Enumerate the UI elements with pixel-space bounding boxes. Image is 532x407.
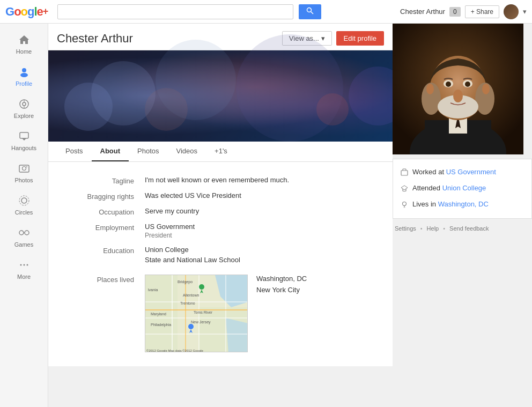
occupation-label: Occupation [59, 207, 145, 216]
svg-rect-9 [20, 132, 28, 138]
bragging-rights-value: Was elected US Vice President [145, 191, 382, 199]
cover-circle-7 [349, 66, 393, 125]
svg-text:©2012 Google  Map data ©2012 G: ©2012 Google Map data ©2012 Google [146, 349, 204, 352]
employment-values: US Government President [145, 223, 195, 239]
places-lived-info: Washington, DC New York City [256, 275, 307, 297]
footer-links: Settings • Help • Send feedback [393, 219, 532, 238]
cover-circle-5 [236, 34, 343, 142]
tab-about[interactable]: About [92, 142, 129, 161]
photos-icon [18, 162, 31, 175]
graduation-icon [401, 184, 408, 194]
edit-profile-button[interactable]: Edit profile [336, 31, 384, 46]
more-icon [18, 258, 31, 271]
profile-portrait [393, 24, 523, 154]
username-display: Chester Arthur [400, 8, 445, 16]
education-label: Education [59, 246, 145, 255]
svg-point-61 [482, 84, 490, 94]
svg-line-1 [311, 12, 314, 14]
svg-point-42 [199, 284, 204, 290]
explore-icon [18, 98, 31, 110]
svg-point-60 [426, 84, 434, 94]
places-lived-map: lvania Bridgepo Allentown Trentono Maryl… [145, 275, 248, 352]
profile-photo-box [393, 24, 523, 154]
svg-text:lvania: lvania [148, 288, 158, 292]
tagline-value: I'm not well known or even remembered mu… [145, 176, 382, 184]
education-school1: Union College [145, 246, 240, 254]
notification-count[interactable]: 0 [449, 7, 461, 17]
dropdown-icon[interactable]: ▾ [523, 8, 527, 16]
occupation-value: Serve my country [145, 207, 382, 215]
main-layout: Home Profile Explore Hangouts Photos [0, 24, 532, 407]
worked-at-text: Worked at US Government [412, 168, 524, 176]
tagline-label: Tagline [59, 176, 145, 185]
info-card-lives-in: Lives in Washington, DC [401, 197, 524, 213]
sidebar-circles-label: Circles [15, 209, 33, 216]
cover-circle-4 [145, 88, 188, 131]
svg-point-17 [25, 231, 29, 235]
sidebar-home-label: Home [16, 48, 32, 55]
svg-point-13 [26, 166, 27, 167]
help-link[interactable]: Help [427, 225, 439, 232]
worked-at-link[interactable]: US Government [446, 168, 496, 176]
sidebar-item-home[interactable]: Home [0, 28, 48, 60]
settings-link[interactable]: Settings [395, 225, 416, 232]
svg-marker-63 [401, 186, 408, 190]
send-feedback-link[interactable]: Send feedback [449, 225, 489, 232]
places-lived-label: Places lived [59, 275, 145, 284]
svg-point-0 [307, 8, 312, 12]
about-row-bragging: Bragging rights Was elected US Vice Pres… [48, 188, 393, 204]
svg-point-19 [20, 264, 21, 266]
svg-point-65 [403, 207, 406, 208]
svg-point-21 [26, 264, 28, 266]
tab-photos[interactable]: Photos [129, 142, 167, 161]
header: Google+ Chester Arthur 0 + Share ▾ [0, 0, 532, 24]
tab-posts[interactable]: Posts [57, 142, 92, 161]
search-input[interactable] [57, 4, 293, 19]
sidebar-item-hangouts[interactable]: Hangouts [0, 124, 48, 157]
search-button[interactable] [299, 4, 321, 19]
profile-icon [18, 65, 31, 78]
tab-videos[interactable]: Videos [168, 142, 206, 161]
employment-title: President [145, 232, 195, 239]
about-row-occupation: Occupation Serve my country [48, 204, 393, 219]
header-right: Chester Arthur 0 + Share ▾ [400, 4, 527, 19]
education-school2: State and National Law School [145, 256, 240, 264]
svg-point-14 [21, 198, 27, 203]
employment-org: US Government [145, 223, 195, 231]
svg-text:Maryland: Maryland [151, 312, 166, 316]
svg-point-16 [19, 231, 24, 235]
share-button[interactable]: + Share [465, 5, 499, 18]
sidebar-item-circles[interactable]: Circles [0, 189, 48, 221]
sidebar-item-profile[interactable]: Profile [0, 60, 48, 92]
sidebar-hangouts-label: Hangouts [11, 145, 36, 151]
svg-text:Bridgepo: Bridgepo [178, 280, 193, 284]
avatar-image [504, 4, 519, 19]
svg-text:Philadelphia: Philadelphia [151, 323, 171, 327]
svg-point-15 [19, 196, 29, 205]
svg-point-12 [22, 167, 26, 171]
tab-plus1s[interactable]: +1's [206, 142, 236, 161]
right-panel: Worked at US Government Attended Union C… [393, 24, 532, 407]
lives-in-link[interactable]: Washington, DC [438, 200, 489, 208]
svg-marker-2 [19, 35, 29, 44]
sidebar-item-photos[interactable]: Photos [0, 157, 48, 189]
info-card-worked-at: Worked at US Government [401, 165, 524, 181]
places-lived-content: lvania Bridgepo Allentown Trentono Maryl… [145, 275, 307, 352]
map-pin-icon [401, 201, 408, 210]
footer-dot-2: • [443, 225, 445, 232]
google-plus-logo[interactable]: Google+ [5, 5, 48, 19]
attended-link[interactable]: Union College [442, 184, 486, 192]
svg-text:New Jersey: New Jersey [191, 320, 211, 324]
svg-point-6 [23, 102, 26, 106]
sidebar-more-label: More [17, 273, 31, 280]
hangouts-icon [18, 130, 31, 143]
map-svg: lvania Bridgepo Allentown Trentono Maryl… [145, 275, 248, 352]
sidebar-item-explore[interactable]: Explore [0, 92, 48, 124]
sidebar-item-more[interactable]: More [0, 253, 48, 285]
cover-circle-2 [64, 83, 113, 131]
place1: Washington, DC [256, 275, 307, 283]
svg-point-64 [403, 202, 407, 206]
sidebar-item-games[interactable]: Games [0, 221, 48, 253]
avatar[interactable] [504, 4, 519, 19]
profile-name: Chester Arthur [57, 32, 133, 46]
